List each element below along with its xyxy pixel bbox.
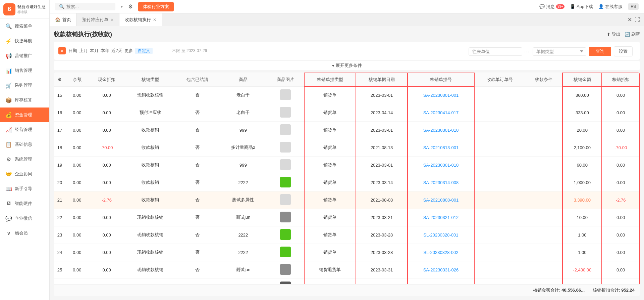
filter-voucher-select[interactable]: 单据类型 bbox=[533, 47, 586, 56]
td-recv-condition bbox=[525, 174, 562, 191]
filter-query-btn[interactable]: 查询 bbox=[589, 47, 611, 56]
td-recv-condition bbox=[525, 121, 562, 139]
tab-bar: 🏠 首页 预付冲应付单 ✕ 收款核销执行 ✕ ✕ ⛶ bbox=[50, 13, 644, 26]
td-cancel-no[interactable]: SA-20230414-017 bbox=[408, 104, 474, 121]
td-cancel-no[interactable]: SA-20230331-026 bbox=[408, 261, 474, 278]
td-goods-img bbox=[267, 191, 304, 209]
expand-chevron-icon: ▾ bbox=[332, 63, 334, 68]
cancel-no-link[interactable]: SA-20210813-001 bbox=[423, 145, 459, 150]
filter-date-last-month[interactable]: 上月 bbox=[79, 48, 88, 54]
td-cancel-amount: 3,390.00 bbox=[562, 191, 602, 209]
tab-cancel-exec[interactable]: 收款核销执行 ✕ bbox=[119, 13, 162, 26]
filter-date-this-year[interactable]: 本年 bbox=[101, 48, 109, 54]
cancel-no-link[interactable]: SL-20230328-001 bbox=[423, 232, 458, 238]
filter-date-more[interactable]: 更多 bbox=[124, 48, 133, 54]
tab-cancel-exec-label: 收款核销执行 bbox=[125, 17, 151, 23]
page-header: 收款核销执行(按收款) ⬆ 导出 🔄 刷新 bbox=[54, 30, 640, 38]
export-btn[interactable]: ⬆ 导出 bbox=[607, 31, 621, 37]
collab-icon: 🤝 bbox=[5, 171, 12, 177]
sidebar-item-system[interactable]: ⚙ 系统管理 bbox=[0, 152, 49, 167]
td-cancel-no[interactable]: SA-20230321-012 bbox=[408, 209, 474, 226]
filter-expand-btn[interactable]: ▾ 展开更多条件 bbox=[54, 61, 640, 70]
table-row: 15 0.00 0.00 现销收款核销 否 老白干 销货单 2023-03-01… bbox=[54, 86, 640, 104]
sidebar-item-inventory[interactable]: 📦 库存核算 bbox=[0, 93, 49, 108]
td-goods-img bbox=[267, 209, 304, 226]
filter-date-custom[interactable]: 自定义 bbox=[135, 48, 153, 54]
cancel-no-link[interactable]: SA-20230301-001 bbox=[423, 93, 459, 98]
sidebar-item-collab[interactable]: 🤝 企业协同 bbox=[0, 167, 49, 181]
th-recv-condition: 收款条件 bbox=[525, 73, 562, 86]
message-badge: 99+ bbox=[556, 4, 565, 9]
td-cancel-discount: 0.00 bbox=[602, 226, 640, 244]
td-cancel-no[interactable]: SL-20230328-001 bbox=[408, 226, 474, 244]
tabs-controls: ✕ ⛶ bbox=[624, 16, 644, 23]
th-gear[interactable]: ⚙ bbox=[54, 73, 66, 86]
tab-expand-icon[interactable]: ⛶ bbox=[635, 17, 640, 23]
sidebar-item-member[interactable]: V 畅会员 bbox=[0, 226, 49, 241]
cancel-no-link[interactable]: SA-20230331-026 bbox=[423, 267, 459, 272]
app-logo-badge: 标准版 bbox=[17, 10, 46, 14]
cancel-no-link[interactable]: SA-20230314-008 bbox=[423, 180, 459, 185]
td-cancel-no[interactable]: SA-20210813-001 bbox=[408, 139, 474, 156]
cancel-no-link[interactable]: SA-20210808-001 bbox=[423, 198, 459, 203]
filter-date-section: 日期 上月 本月 本年 近7天 更多 自定义 bbox=[68, 48, 153, 54]
topbar-gear-icon[interactable]: ⚙ bbox=[128, 3, 133, 10]
sidebar-item-search[interactable]: 🔍 搜索菜单 bbox=[0, 19, 49, 34]
industry-btn[interactable]: 体验行业方案 bbox=[138, 2, 174, 11]
sidebar-item-purchase[interactable]: 🛒 采购管理 bbox=[0, 78, 49, 93]
tab-cancel-exec-close[interactable]: ✕ bbox=[153, 17, 156, 22]
sidebar-item-operation[interactable]: 📈 经营管理 bbox=[0, 122, 49, 137]
td-cancel-voucher-type: 销货单 bbox=[304, 278, 356, 284]
td-cancel-date: 2023-03-01 bbox=[356, 156, 408, 174]
cancel-no-link[interactable]: SA-20230414-017 bbox=[423, 110, 459, 115]
sidebar-item-hardware[interactable]: 🖥 智能硬件 bbox=[0, 196, 49, 211]
cancel-no-link[interactable]: SA-20230321-012 bbox=[423, 215, 459, 220]
td-cancel-no[interactable]: SA-20210808-001 bbox=[408, 191, 474, 209]
topbar-user[interactable]: Rit bbox=[628, 3, 639, 10]
table-scroll[interactable]: ⚙ 余额 现金折扣 核销类型 包含已结清 商品 商品图片 核销单据类型 核销单据… bbox=[54, 73, 640, 284]
gear-icon: ⚙ bbox=[58, 77, 62, 82]
td-cancel-amount: -2,430.00 bbox=[562, 261, 602, 278]
td-cancel-no[interactable]: SA-20230301-001 bbox=[408, 86, 474, 104]
cancel-no-link[interactable]: SA-20230301-010 bbox=[423, 163, 459, 168]
td-cancel-no[interactable]: SA-20230314-008 bbox=[408, 174, 474, 191]
topbar-message[interactable]: 💬 消息 99+ bbox=[539, 4, 565, 10]
sidebar-item-wechat[interactable]: 💬 企业微信 bbox=[0, 211, 49, 226]
filter-setting-btn[interactable]: 设置 bbox=[614, 46, 633, 56]
td-include-settled: 否 bbox=[176, 86, 219, 104]
td-cancel-type: 收款核销 bbox=[125, 121, 176, 139]
td-goods: 2222 bbox=[219, 174, 267, 191]
tab-home[interactable]: 🏠 首页 bbox=[50, 13, 77, 26]
td-include-settled: 否 bbox=[176, 104, 219, 121]
td-cancel-type: 收款核销 bbox=[125, 191, 176, 209]
cancel-no-link[interactable]: SA-20230301-010 bbox=[423, 128, 459, 133]
filter-collapse-btn[interactable]: » bbox=[58, 47, 66, 54]
td-cancel-no[interactable]: SA-20230301-010 bbox=[408, 121, 474, 139]
sidebar-item-guide[interactable]: 📖 新手引导 bbox=[0, 181, 49, 196]
sidebar-item-sales[interactable]: 📊 销售管理 bbox=[0, 63, 49, 78]
td-cancel-no[interactable]: SA-20230301-010 bbox=[408, 156, 474, 174]
topbar-search-box[interactable]: 🔍 bbox=[55, 3, 115, 10]
filter-partner-input[interactable] bbox=[469, 47, 522, 56]
topbar-app-download[interactable]: 📱 App下载 bbox=[570, 4, 593, 10]
topbar: 🔍 ▾ ⚙ 体验行业方案 💬 消息 99+ 📱 App下载 👤 在线客服 Rit bbox=[50, 0, 644, 13]
td-include-settled: 否 bbox=[176, 209, 219, 226]
cancel-no-link[interactable]: SL-20230328-002 bbox=[423, 250, 458, 255]
td-recv-order-no bbox=[474, 121, 526, 139]
sidebar-item-nav[interactable]: ⚡ 快捷导航 bbox=[0, 34, 49, 48]
topbar-search-input[interactable] bbox=[66, 4, 107, 9]
topbar-service[interactable]: 👤 在线客服 bbox=[598, 4, 623, 10]
td-include-settled: 否 bbox=[176, 156, 219, 174]
tab-close-all-icon[interactable]: ✕ bbox=[628, 16, 632, 23]
filter-date-this-month[interactable]: 本月 bbox=[90, 48, 99, 54]
td-cancel-no[interactable]: ABC-001 bbox=[408, 278, 474, 284]
sidebar-item-marketing[interactable]: 📢 营销推广 bbox=[0, 48, 49, 63]
tab-prepay-close[interactable]: ✕ bbox=[110, 17, 114, 22]
filter-date-7days[interactable]: 近7天 bbox=[111, 48, 122, 54]
refresh-btn[interactable]: 🔄 刷新 bbox=[625, 31, 640, 37]
sidebar-item-finance[interactable]: 💰 资金管理 bbox=[0, 108, 49, 122]
td-cancel-amount: 20.00 bbox=[562, 121, 602, 139]
tab-prepay[interactable]: 预付冲应付单 ✕ bbox=[77, 13, 119, 26]
td-cancel-no[interactable]: SL-20230328-002 bbox=[408, 244, 474, 261]
sidebar-item-basic-info[interactable]: 📋 基础信息 bbox=[0, 137, 49, 152]
